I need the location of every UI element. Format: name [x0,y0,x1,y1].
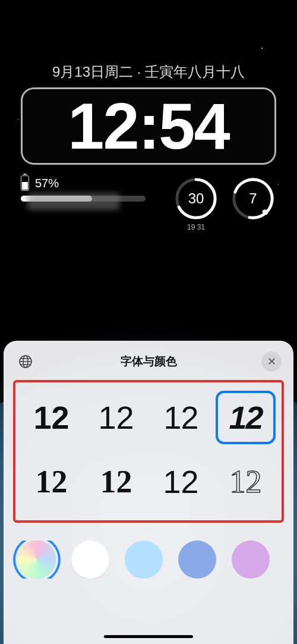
weather-ring-widget[interactable]: 30 19 31 [173,175,219,222]
panel-title: 字体与颜色 [121,354,177,369]
font-option-7[interactable]: 12 [151,455,211,508]
home-indicator[interactable] [104,635,193,638]
color-swatch-5[interactable] [232,541,270,579]
font-option-2[interactable]: 12 [86,391,146,444]
color-swatch-4[interactable] [178,541,216,579]
sun-icon [263,210,268,215]
font-option-1[interactable]: 12 [21,391,81,444]
color-swatch-2[interactable] [71,541,109,579]
color-swatch-3[interactable] [125,541,163,579]
battery-icon [21,175,29,191]
blurred-region [27,193,119,210]
close-button[interactable]: ✕ [261,351,282,372]
svg-point-3 [230,175,276,222]
font-color-panel: 字体与颜色 ✕ 1212121212121212 [4,341,293,644]
battery-percent: 57% [35,177,59,190]
uv-ring-widget[interactable]: 7 [230,175,276,222]
lockscreen-date[interactable]: 9月13日周二 · 壬寅年八月十八 [52,62,245,81]
clock-frame[interactable]: 12:54 [21,87,276,165]
font-option-5[interactable]: 12 [21,455,81,508]
font-option-3[interactable]: 12 [151,391,211,444]
color-swatch-1[interactable] [18,541,56,579]
font-grid-highlight: 1212121212121212 [13,380,284,523]
font-option-6[interactable]: 12 [86,455,146,508]
ring-sub-1: 19 31 [187,223,205,231]
font-option-4[interactable]: 12 [216,391,276,444]
color-picker-row [12,541,285,579]
font-option-8[interactable]: 12 [216,455,276,508]
lockscreen-time: 12:54 [68,93,229,159]
globe-icon[interactable] [15,351,36,372]
